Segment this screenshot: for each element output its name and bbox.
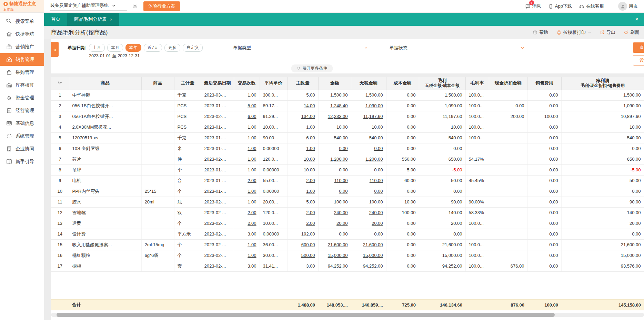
cell-qty[interactable]: 2.00 [287, 207, 318, 218]
cell-notax[interactable]: 1,200.00 [351, 154, 386, 164]
cell-amount[interactable]: 15,000.00 [318, 250, 351, 261]
cell-notax[interactable]: 94,252.00 [351, 261, 386, 271]
sidebar-item-marketing[interactable]: 营销推广 [0, 40, 44, 53]
trial-industry-button[interactable]: 体验行业方案 [143, 1, 180, 11]
cell-qty[interactable]: 5.00 [287, 90, 318, 100]
collapse-filter-button[interactable]: » [51, 42, 59, 57]
cell-qty[interactable]: 600.00 [287, 239, 318, 250]
cell-notax[interactable]: 240.00 [351, 207, 386, 218]
doc-type-select[interactable] [254, 44, 368, 52]
column-header-price[interactable]: 平均单价 [260, 77, 287, 90]
cell-amount[interactable]: 110.00 [318, 175, 351, 186]
cell-count[interactable]: 1.00 [234, 143, 260, 154]
cell-notax[interactable]: 100.00 [351, 197, 386, 207]
cell-amount[interactable]: 0.00 [318, 164, 351, 175]
tab-close-icon[interactable]: × [110, 17, 113, 22]
sidebar-item-collaboration[interactable]: 企业协同 [0, 142, 44, 155]
cell-amount[interactable]: 100.00 [318, 197, 351, 207]
sidebar-item-sales[interactable]: 销售管理 [0, 53, 44, 66]
sidebar-item-quick-nav[interactable]: 快捷导航 [0, 28, 44, 40]
settings-gear-icon[interactable] [132, 3, 138, 9]
cell-count[interactable]: 5.00 [234, 100, 260, 111]
cell-notax[interactable]: 1,500.00 [351, 90, 386, 100]
settings-button[interactable]: 设置 [633, 55, 644, 66]
messages-button[interactable]: 6 消息 [525, 3, 541, 9]
sidebar-item-guide[interactable]: 新手引导 [0, 155, 44, 168]
cell-amount[interactable]: 0.00 [318, 229, 351, 239]
column-header-unit[interactable]: 主计量 [174, 77, 201, 90]
column-header-expense[interactable]: 销售费用 [527, 77, 561, 90]
query-button[interactable]: 查询 [633, 42, 644, 53]
cell-amount[interactable]: 0.00 [318, 143, 351, 154]
print-by-template-button[interactable]: 按模板打印 [556, 29, 592, 36]
date-chip-自定义[interactable]: 自定义 [183, 44, 203, 52]
cell-qty[interactable]: 500.00 [287, 250, 318, 261]
column-header-discount[interactable]: 现金折扣金额 [489, 77, 527, 90]
cell-count[interactable]: 1.00 [234, 154, 260, 164]
cell-count[interactable]: 2.00 [234, 207, 260, 218]
column-header-net[interactable]: 净利润毛利-现金折扣-销售费用 [561, 77, 644, 90]
app-download-button[interactable]: App下载 [548, 3, 572, 9]
cell-amount[interactable]: 94,252.00 [318, 261, 351, 271]
expand-more-conditions-button[interactable]: 展开更多条件 [291, 64, 333, 72]
sidebar-item-search-menu[interactable]: 搜索菜单 [0, 15, 44, 28]
export-button[interactable]: 导出 [600, 29, 615, 36]
cell-count[interactable]: 1.00 [234, 90, 260, 100]
close-all-tabs-icon[interactable]: × [630, 13, 644, 26]
cell-amount[interactable]: 0.00 [318, 186, 351, 197]
cell-qty[interactable]: 14.00 [287, 100, 318, 111]
cell-notax[interactable]: 1,090.00 [351, 100, 386, 111]
sidebar-item-system[interactable]: 系统管理 [0, 130, 44, 142]
cell-amount[interactable]: 1,500.00 [318, 90, 351, 100]
cell-notax[interactable]: 0.00 [351, 143, 386, 154]
cell-amount[interactable]: 10.00 [318, 122, 351, 132]
cell-count[interactable]: 1.00 [234, 164, 260, 175]
cell-notax[interactable]: 11,197.60 [351, 111, 386, 122]
scrollbar-thumb[interactable] [57, 313, 555, 317]
cell-amount[interactable]: 12,233.00 [318, 111, 351, 122]
cell-qty[interactable]: 192.00 [287, 229, 318, 239]
cell-notax[interactable]: 10.00 [351, 122, 386, 132]
column-settings-gear-icon[interactable] [57, 80, 62, 85]
sidebar-item-base-info[interactable]: 基础信息 [0, 117, 44, 130]
cell-notax[interactable]: 0.00 [351, 186, 386, 197]
cell-qty[interactable]: 1.00 [287, 143, 318, 154]
date-chip-更多[interactable]: 更多 [164, 44, 180, 52]
column-header-count[interactable]: 交易次数 [234, 77, 260, 90]
cell-amount[interactable]: 1,248.40 [318, 100, 351, 111]
cell-amount[interactable]: 240.00 [318, 207, 351, 218]
date-chip-本年[interactable]: 本年 [125, 44, 141, 52]
cell-count[interactable]: 2.00 [234, 175, 260, 186]
cell-qty[interactable]: 5.00 [287, 197, 318, 207]
cell-qty[interactable]: 1.00 [287, 122, 318, 132]
cell-qty[interactable]: 6.00 [287, 132, 318, 143]
cell-qty[interactable]: 10.00 [287, 164, 318, 175]
cell-amount[interactable]: 20.00 [318, 218, 351, 229]
cell-count[interactable]: 6.00 [234, 111, 260, 122]
cell-notax[interactable]: 540.00 [351, 132, 386, 143]
sidebar-item-operation[interactable]: 经营管理 [0, 104, 44, 117]
column-header-date[interactable]: 最后交易日期 [201, 77, 234, 90]
cell-count[interactable]: 3.00 [234, 229, 260, 239]
column-header-qty[interactable]: 主数量 [287, 77, 318, 90]
cell-count[interactable]: 1.00 [234, 250, 260, 261]
online-support-button[interactable]: 在线客服 [579, 3, 604, 9]
help-button[interactable]: 帮助 [533, 29, 548, 36]
cell-notax[interactable]: 20.00 [351, 218, 386, 229]
cell-count[interactable]: 1.00 [234, 186, 260, 197]
system-select[interactable]: 装备及固定资产辅助管理系统 [50, 2, 127, 11]
column-header-name[interactable]: 商品 [69, 77, 141, 90]
sidebar-item-inventory[interactable]: 库存核算 [0, 79, 44, 91]
date-chip-本月[interactable]: 本月 [107, 44, 123, 52]
cell-count[interactable]: 3.00 [234, 261, 260, 271]
cell-notax[interactable]: 21,600.00 [351, 239, 386, 250]
cell-qty[interactable]: 134.00 [287, 111, 318, 122]
cell-qty[interactable]: 2.00 [287, 218, 318, 229]
sidebar-item-purchase[interactable]: 采购管理 [0, 66, 44, 79]
cell-count[interactable]: 1.00 [234, 122, 260, 132]
column-header-spec[interactable]: 商品 [141, 77, 174, 90]
column-header-amount[interactable]: 金额 [318, 77, 351, 90]
column-header-profit[interactable]: 毛利无税金额-成本金额 [419, 77, 465, 90]
cell-amount[interactable]: 1,200.00 [318, 154, 351, 164]
cell-count[interactable]: 1.00 [234, 132, 260, 143]
